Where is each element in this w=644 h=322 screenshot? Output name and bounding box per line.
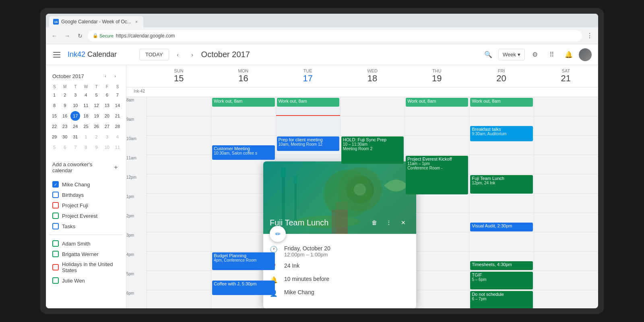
mini-cal-day[interactable]: 10: [102, 142, 112, 152]
mini-cal-day[interactable]: 6: [102, 90, 112, 100]
mini-cal-day[interactable]: 7: [113, 90, 122, 100]
cell-sun-2[interactable]: [147, 213, 211, 232]
next-week-btn[interactable]: ›: [187, 49, 198, 60]
cell-fri-12[interactable]: Fuji Team Lunch 12pm, 24 Ink: [469, 174, 533, 194]
calendar-item-brigatta-werner[interactable]: Brigatta Werner: [49, 249, 123, 259]
event-do-not-schedule[interactable]: Do not schedule 6 – 7pm: [470, 291, 533, 308]
mini-cal-day[interactable]: 25: [81, 122, 91, 131]
mini-cal-day[interactable]: 1: [50, 90, 59, 100]
mini-cal-day[interactable]: 28: [113, 122, 122, 131]
refresh-btn[interactable]: ↻: [75, 31, 85, 41]
calendar-item-holidays[interactable]: Holidays in the United States: [49, 259, 123, 275]
mini-cal-day[interactable]: 11: [113, 142, 122, 152]
cell-wed-10[interactable]: HOLD: Fuji Sync Prep 10 – 11:30am Meetin…: [340, 136, 405, 155]
calendar-item-adam-smith[interactable]: Adam Smith: [49, 238, 123, 249]
calendar-item-project-everest[interactable]: Project Everest: [49, 211, 123, 221]
calendar-checkbox-brigatta-werner[interactable]: [52, 251, 59, 257]
mini-cal-day[interactable]: 30: [60, 132, 70, 142]
mini-cal-day[interactable]: 15: [50, 111, 59, 121]
cell-sat-8[interactable]: [534, 97, 598, 116]
cell-wed-9[interactable]: [340, 116, 405, 136]
mini-cal-day[interactable]: 22: [50, 122, 59, 131]
browser-menu-btn[interactable]: ⋮: [584, 31, 595, 41]
calendar-item-project-fuji[interactable]: Project Fuji: [49, 200, 123, 211]
event-workout-tue[interactable]: Work out, 8am: [277, 98, 339, 107]
cell-fri-5[interactable]: TGIF 5 – 6pm: [469, 271, 533, 290]
calendar-checkbox-holidays[interactable]: [52, 264, 59, 270]
mini-cal-day[interactable]: 31: [70, 132, 80, 142]
mini-cal-day[interactable]: 13: [102, 101, 112, 110]
mini-cal-next[interactable]: ›: [111, 72, 120, 80]
cell-fri-1[interactable]: [469, 194, 533, 213]
mini-cal-day[interactable]: 26: [92, 122, 101, 131]
mini-cal-day[interactable]: 9: [60, 101, 70, 110]
cell-sun-5[interactable]: [147, 271, 211, 290]
settings-btn[interactable]: ⚙: [528, 48, 542, 62]
cell-sat-10[interactable]: [534, 136, 598, 155]
cell-mon-9[interactable]: [211, 116, 275, 136]
cell-sun-12[interactable]: [147, 174, 211, 194]
mini-cal-day[interactable]: 21: [113, 111, 122, 121]
cell-sat-4[interactable]: [534, 252, 598, 271]
tab-close-btn[interactable]: ×: [134, 19, 139, 25]
event-coffee-j[interactable]: Coffee with J, 5:30pm: [212, 281, 275, 295]
mini-cal-day[interactable]: 19: [92, 111, 101, 121]
cell-wed-8[interactable]: [340, 97, 405, 116]
browser-tab[interactable]: 16 Google Calendar - Week of Oc... ×: [49, 16, 143, 27]
mini-cal-day[interactable]: 29: [50, 132, 59, 142]
cell-sun-1[interactable]: [147, 194, 211, 213]
mini-cal-day[interactable]: 3: [70, 90, 80, 100]
alerts-btn[interactable]: 🔔: [562, 48, 576, 62]
mini-cal-day[interactable]: 2: [60, 90, 70, 100]
back-btn[interactable]: ←: [49, 31, 60, 41]
cell-fri-4[interactable]: Timesheets, 4:30pm: [469, 252, 533, 271]
mini-cal-day[interactable]: 8: [50, 101, 59, 110]
cell-sat-2[interactable]: [534, 213, 598, 232]
event-timesheets[interactable]: Timesheets, 4:30pm: [470, 261, 533, 270]
event-workout-thu[interactable]: Work out, 8am: [406, 98, 468, 107]
cell-tue-10[interactable]: Prep for client meeting 10am, Meeting Ro…: [276, 136, 340, 155]
mini-cal-today[interactable]: 17: [70, 111, 80, 121]
event-prep-client[interactable]: Prep for client meeting 10am, Meeting Ro…: [277, 136, 339, 151]
apps-btn[interactable]: ⠿: [545, 48, 559, 62]
cell-fri-3[interactable]: [469, 232, 533, 252]
mini-cal-day[interactable]: 5: [50, 142, 59, 152]
cell-sun-10[interactable]: [147, 136, 211, 155]
mini-cal-day[interactable]: 3: [102, 132, 112, 142]
event-everest-kickoff[interactable]: Project Everest Kickoff 11am – 1pm Confe…: [406, 156, 468, 194]
search-btn[interactable]: 🔍: [481, 48, 495, 62]
cell-sun-11[interactable]: [147, 155, 211, 174]
mini-cal-day[interactable]: 4: [81, 90, 91, 100]
event-fuji-team-lunch-fri[interactable]: Fuji Team Lunch 12pm, 24 Ink: [470, 175, 533, 194]
calendar-checkbox-julie-wen[interactable]: [52, 277, 59, 284]
cell-tue-8[interactable]: Work out, 8am: [276, 97, 340, 116]
event-workout-mon[interactable]: Work out, 8am: [212, 98, 275, 107]
forward-btn[interactable]: →: [62, 31, 72, 41]
event-breakfast-talks[interactable]: Breakfast talks 9:30am, Auditorium: [470, 126, 533, 141]
calendar-checkbox-tasks[interactable]: [52, 223, 59, 229]
calendar-checkbox-adam-smith[interactable]: [52, 240, 59, 247]
cell-sun-9[interactable]: [147, 116, 211, 136]
prev-week-btn[interactable]: ‹: [172, 49, 184, 60]
mini-cal-day[interactable]: 2: [92, 132, 101, 142]
event-visual-audit[interactable]: Visual Audit, 2:30pm: [470, 223, 533, 231]
cell-sat-3[interactable]: [534, 232, 598, 252]
event-workout-fri[interactable]: Work out, 8am: [470, 98, 533, 107]
event-budget-planning[interactable]: Budget Planning 4pm, Conference Room: [212, 252, 275, 270]
mini-cal-day[interactable]: 9: [92, 142, 101, 152]
calendar-checkbox-project-everest[interactable]: [52, 213, 59, 219]
view-selector[interactable]: Week ▾: [498, 49, 525, 60]
cell-sun-3[interactable]: [147, 232, 211, 252]
add-coworker-btn[interactable]: Add a coworker's calendar +: [49, 159, 123, 176]
cell-sat-5[interactable]: [534, 271, 598, 290]
popup-close-btn[interactable]: ✕: [397, 216, 410, 229]
cell-sat-6[interactable]: [534, 290, 598, 308]
cell-sun-6[interactable]: [147, 290, 211, 308]
event-customer-meeting[interactable]: Customer Meeting 10:30am, Salon coffee s: [212, 145, 275, 160]
mini-cal-day[interactable]: 14: [113, 101, 122, 110]
cell-sat-12[interactable]: [534, 174, 598, 194]
cell-fri-9[interactable]: Breakfast talks 9:30am, Auditorium: [469, 116, 533, 136]
cell-mon-8[interactable]: Work out, 8am: [211, 97, 275, 116]
mini-cal-day[interactable]: 6: [60, 142, 70, 152]
calendar-item-tasks[interactable]: Tasks: [49, 221, 123, 231]
